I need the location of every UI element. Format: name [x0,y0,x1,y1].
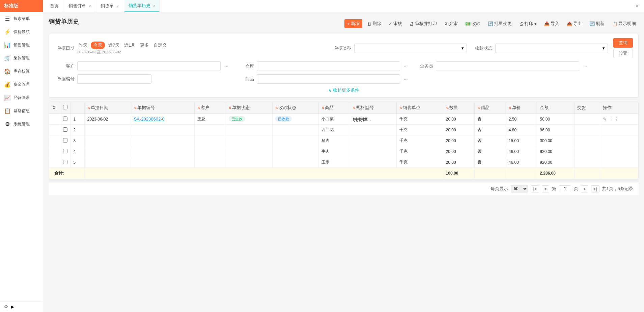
tab-sales-history-close[interactable]: × [153,4,155,8]
sidebar-item-purchase-mgmt[interactable]: 🛒 采购管理 [0,52,43,65]
warehouse-dots-icon[interactable]: ··· [404,64,408,69]
sidebar-item-search-menu[interactable]: ☰ 搜索菜单 [0,12,43,25]
date-tab-yesterday[interactable]: 昨天 [77,42,89,49]
more-icon[interactable]: ⋮⋮ [610,116,619,122]
th-amount[interactable]: 金额 [537,102,575,114]
sidebar-item-ops-mgmt[interactable]: 📈 经营管理 [0,91,43,104]
th-doc-status[interactable]: ⇅单据状态 [226,102,272,114]
sidebar-item-sys-mgmt[interactable]: ⚙ 系统管理 [0,118,43,131]
collapse-button[interactable]: ∧ 收起更多条件 [328,87,359,93]
tab-sales-order[interactable]: 销售订单 × [64,0,95,12]
th-customer[interactable]: ⇅客户 [195,102,226,114]
th-unit[interactable]: ⇅销售单位 [396,102,443,114]
doc-num-link[interactable]: SA-20230602-0 [134,116,165,122]
audit-print-button[interactable]: 🖨 审核并打印 [407,19,440,28]
first-page-button[interactable]: |< [531,185,539,192]
th-gift[interactable]: ⇅赠品 [475,102,506,114]
row-price: 4.80 [506,125,537,135]
row-docnum[interactable]: SA-20230602-0 [131,114,195,125]
row-doc-status [226,146,272,157]
show-detail-button[interactable]: 📋 显示明细 [609,19,639,28]
staff-input[interactable] [436,61,579,71]
date-tab-today[interactable]: 今天 [91,42,105,49]
tab-sales-history[interactable]: 销货单历史 × [124,0,160,12]
tab-home[interactable]: 首页 [46,0,63,12]
export-button[interactable]: 📤 导出 [564,19,585,28]
tab-sales-goods-close[interactable]: × [116,4,118,8]
close-main-button[interactable]: × [633,3,641,9]
batch-change-button[interactable]: 🔄 批量变更 [485,19,514,28]
customer-input[interactable] [77,61,221,71]
doc-type-select[interactable]: ▾ [354,44,467,53]
th-pay-status[interactable]: ⇅收款状态 [272,102,319,114]
customer-dots-icon[interactable]: ··· [225,64,228,69]
product-input[interactable] [257,74,400,84]
sidebar-bottom-icon1[interactable]: ⚙ [4,304,8,309]
row-actions [600,125,638,135]
th-product[interactable]: ⇅商品 [319,102,350,114]
row-qty: 20.00 [443,157,475,168]
row-checkbox[interactable] [63,138,67,142]
docnum-input[interactable] [77,74,151,84]
per-page-select[interactable]: 50 20 100 [511,185,528,192]
page-label: 第 [552,186,556,192]
th-trade[interactable]: 交货 [575,102,600,114]
audit-button[interactable]: ✓ 审核 [386,19,405,28]
sidebar-bottom-icon2[interactable]: ▶ [11,304,14,309]
row-check[interactable] [60,135,71,146]
sidebar-item-quick-nav[interactable]: ⚡ 快捷导航 [0,25,43,38]
row-pay-status [272,146,319,157]
print-button[interactable]: 🖨 打印 ▾ [516,19,539,28]
th-check[interactable] [60,102,71,114]
row-unit: 千克 [396,157,443,168]
data-table: ⚙ ⇅单据日期 ⇅单据编号 ⇅客户 ⇅单据状态 ⇅收款状态 ⇅商品 ⇅规格型号 … [49,102,638,179]
th-docnum[interactable]: ⇅单据编号 [131,102,195,114]
row-check[interactable] [60,146,71,157]
sidebar-item-inventory[interactable]: 🏠 库存核算 [0,65,43,78]
sidebar-item-finance-mgmt[interactable]: 💰 资金管理 [0,78,43,91]
th-spec[interactable]: ⇅规格型号 [350,102,396,114]
collapse-up-icon: ∧ [328,88,332,93]
collect-button[interactable]: 💵 收款 [463,19,483,28]
query-button[interactable]: 查询 [613,38,633,48]
warehouse-input[interactable] [257,61,400,71]
import-button[interactable]: 📥 导入 [541,19,562,28]
date-tab-7days[interactable]: 近7天 [107,42,121,49]
select-all-checkbox[interactable] [63,105,67,109]
date-tab-more[interactable]: 更多 [139,42,150,49]
edit-icon[interactable]: ✎ [603,116,607,122]
new-button[interactable]: + 新增 [344,19,362,28]
summary-label-cell: 合计: [49,168,84,179]
staff-dots-icon[interactable]: ··· [583,64,587,69]
tab-sales-goods[interactable]: 销货单 × [96,0,123,12]
row-checkbox[interactable] [63,116,67,121]
tab-sales-order-close[interactable]: × [89,4,91,8]
row-check[interactable] [60,114,71,125]
row-checkbox[interactable] [63,149,67,153]
date-tab-custom[interactable]: 自定义 [152,42,168,49]
row-check[interactable] [60,157,71,168]
row-checkbox[interactable] [63,160,67,164]
summary-label: 合计: [54,171,64,176]
th-date[interactable]: ⇅单据日期 [84,102,131,114]
settings-button[interactable]: 设置 [613,49,633,58]
last-page-button[interactable]: >| [591,185,599,192]
page-number-input[interactable] [559,185,571,192]
th-qty[interactable]: ⇅数量 [443,102,475,114]
row-check[interactable] [60,125,71,135]
refresh-button[interactable]: 🔄 刷新 [587,19,607,28]
sidebar-item-basic-info[interactable]: 📋 基础信息 [0,104,43,118]
th-gear[interactable]: ⚙ [49,102,60,114]
sidebar-item-sales-mgmt[interactable]: 📊 销售管理 [0,38,43,52]
scrollbar[interactable] [49,179,639,182]
abandon-button[interactable]: ✗ 弃审 [442,19,460,28]
pay-status-select[interactable]: ▾ [495,44,608,53]
row-checkbox[interactable] [63,127,67,132]
delete-button[interactable]: 🗑 删除 [364,19,384,28]
prev-page-button[interactable]: < [542,185,549,192]
th-price[interactable]: ⇅单价 [506,102,537,114]
product-dots-icon[interactable]: ··· [404,77,408,82]
row-pay-status [272,125,319,135]
date-tab-1month[interactable]: 近1月 [123,42,137,49]
next-page-button[interactable]: > [581,185,588,192]
